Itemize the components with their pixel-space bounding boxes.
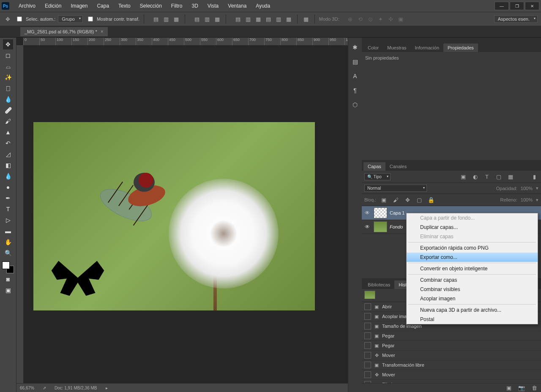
history-checkbox[interactable] — [364, 332, 371, 339]
ctx-capa3d[interactable]: Nueva capa 3D a partir de archivo... — [407, 305, 538, 315]
menu-ventana[interactable]: Ventana — [224, 1, 251, 11]
eraser-tool[interactable]: ◿ — [3, 149, 13, 159]
history-checkbox[interactable] — [364, 313, 371, 320]
3d-icon[interactable]: ✦ — [376, 15, 385, 23]
export-icon[interactable]: ⇗ — [43, 386, 46, 390]
filter-adj-icon[interactable]: ◐ — [471, 172, 479, 181]
dodge-tool[interactable]: ● — [3, 182, 13, 192]
status-chevron-icon[interactable]: ▸ — [106, 386, 108, 390]
history-item[interactable]: ▣Pegar — [362, 331, 541, 341]
tab-bibliotecas[interactable]: Bibliotecas — [363, 280, 394, 289]
ctx-duplicar[interactable]: Duplicar capas... — [407, 223, 538, 232]
panel-icon[interactable]: ¶ — [350, 86, 360, 95]
lock-artboard-icon[interactable]: ▢ — [415, 196, 424, 204]
align-icon[interactable]: ▦ — [172, 15, 180, 23]
visibility-icon[interactable]: 👁 — [363, 210, 371, 216]
brush-tool[interactable]: 🖌 — [3, 116, 13, 126]
panel-icon[interactable]: A — [350, 71, 360, 81]
layer-thumb[interactable] — [374, 207, 387, 218]
minimize-button[interactable]: — — [495, 2, 509, 10]
align-icon[interactable]: ▥ — [162, 15, 170, 23]
history-trash-icon[interactable]: 🗑 — [530, 384, 538, 392]
zoom-level[interactable]: 66,67% — [20, 386, 34, 390]
menu-texto[interactable]: Texto — [114, 1, 135, 11]
auto-select-dropdown[interactable]: Grupo — [58, 15, 83, 23]
history-brush-tool[interactable]: ↶ — [3, 138, 13, 148]
layer-name[interactable]: Fondo — [390, 224, 403, 229]
chevron-down-icon[interactable]: ▾ — [536, 197, 538, 203]
3d-icon[interactable]: ▣ — [396, 15, 405, 23]
history-checkbox[interactable] — [364, 323, 371, 329]
maximize-button[interactable]: ❐ — [510, 2, 524, 10]
shape-tool[interactable]: ▬ — [3, 226, 13, 236]
menu-imagen[interactable]: Imagen — [66, 1, 92, 11]
menu-edicion[interactable]: Edición — [41, 1, 66, 11]
hand-tool[interactable]: ✋ — [3, 237, 13, 247]
distribute-icon[interactable]: ▦ — [284, 15, 293, 23]
history-checkbox[interactable] — [364, 303, 371, 310]
filter-toggle[interactable]: ▮ — [530, 172, 538, 181]
filter-type-icon[interactable]: T — [483, 172, 491, 181]
ctx-smart-object[interactable]: Convertir en objeto inteligente — [407, 264, 538, 273]
chevron-down-icon[interactable]: ▾ — [536, 185, 538, 191]
color-swatches[interactable] — [2, 261, 14, 273]
ruler-horizontal[interactable]: 0501001502002503003504004505005506006507… — [23, 38, 348, 46]
zoom-tool[interactable]: 🔍 — [3, 248, 13, 258]
ctx-combinar-visibles[interactable]: Combinar visibles — [407, 285, 538, 294]
filter-shape-icon[interactable]: ▢ — [495, 172, 503, 181]
align-icon[interactable]: ▥ — [203, 15, 211, 23]
tab-canales[interactable]: Canales — [385, 162, 411, 171]
menu-seleccion[interactable]: Selección — [136, 1, 166, 11]
foreground-swatch[interactable] — [2, 261, 10, 269]
menu-ayuda[interactable]: Ayuda — [251, 1, 274, 11]
history-item[interactable]: ▣Pegar — [362, 341, 541, 351]
3d-icon[interactable]: ✣ — [386, 15, 395, 23]
history-item[interactable]: ✥Mover — [362, 370, 541, 380]
transform-controls-checkbox[interactable] — [88, 16, 93, 22]
lock-pixels-icon[interactable]: ▣ — [380, 196, 388, 204]
tab-color[interactable]: Color — [363, 44, 383, 52]
opacity-value[interactable]: 100% — [521, 186, 533, 191]
heal-tool[interactable]: 🩹 — [3, 105, 13, 115]
3d-icon[interactable]: ⊙ — [366, 15, 374, 23]
tab-propiedades[interactable]: Propiedades — [443, 44, 478, 52]
crop-tool[interactable]: ⎕ — [3, 83, 13, 93]
lock-brush-icon[interactable]: 🖌 — [391, 196, 400, 204]
canvas-image[interactable] — [33, 122, 315, 310]
ctx-combinar-capas[interactable]: Combinar capas — [407, 275, 538, 285]
panel-icon[interactable]: ⬡ — [350, 100, 360, 109]
gradient-tool[interactable]: ◧ — [3, 160, 13, 170]
blur-tool[interactable]: 💧 — [3, 171, 13, 181]
stamp-tool[interactable]: ▲ — [3, 127, 13, 137]
layer-thumb[interactable] — [374, 221, 387, 232]
menu-capa[interactable]: Capa — [93, 1, 113, 11]
filter-image-icon[interactable]: ▣ — [459, 172, 467, 181]
tab-capas[interactable]: Capas — [363, 162, 385, 171]
ruler-vertical[interactable] — [16, 45, 24, 392]
lock-move-icon[interactable]: ✥ — [403, 196, 412, 204]
ctx-exportar-como[interactable]: Exportar como... — [407, 253, 538, 262]
align-icon[interactable]: ▦ — [213, 15, 221, 23]
layer-name[interactable]: Capa 1 — [390, 210, 404, 215]
distribute-icon[interactable]: ▥ — [274, 15, 283, 23]
move-tool[interactable]: ✥ — [3, 39, 13, 49]
type-tool[interactable]: T — [3, 204, 13, 214]
history-checkbox[interactable] — [364, 371, 371, 378]
layer-filter-dropdown[interactable]: 🔍 Tipo — [364, 173, 391, 180]
history-checkbox[interactable] — [364, 352, 371, 359]
menu-vista[interactable]: Vista — [203, 1, 223, 11]
screenmode-tool[interactable]: ▣ — [3, 285, 13, 295]
path-tool[interactable]: ▷ — [3, 215, 13, 225]
panel-icon[interactable]: ▤ — [350, 57, 360, 66]
tab-muestras[interactable]: Muestras — [383, 44, 410, 52]
3d-icon[interactable]: ⟲ — [356, 15, 364, 23]
menu-filtro[interactable]: Filtro — [167, 1, 187, 11]
close-tab-icon[interactable]: × — [101, 29, 104, 35]
history-item[interactable]: ▣Transformación libre — [362, 360, 541, 370]
history-checkbox[interactable] — [364, 362, 371, 368]
align-icon[interactable]: ▤ — [152, 15, 160, 23]
align-icon[interactable]: ▤ — [193, 15, 201, 23]
history-snapshot-thumb[interactable] — [364, 291, 375, 299]
tab-info[interactable]: Información — [411, 44, 443, 52]
history-snapshot-icon[interactable]: 📷 — [517, 384, 526, 392]
